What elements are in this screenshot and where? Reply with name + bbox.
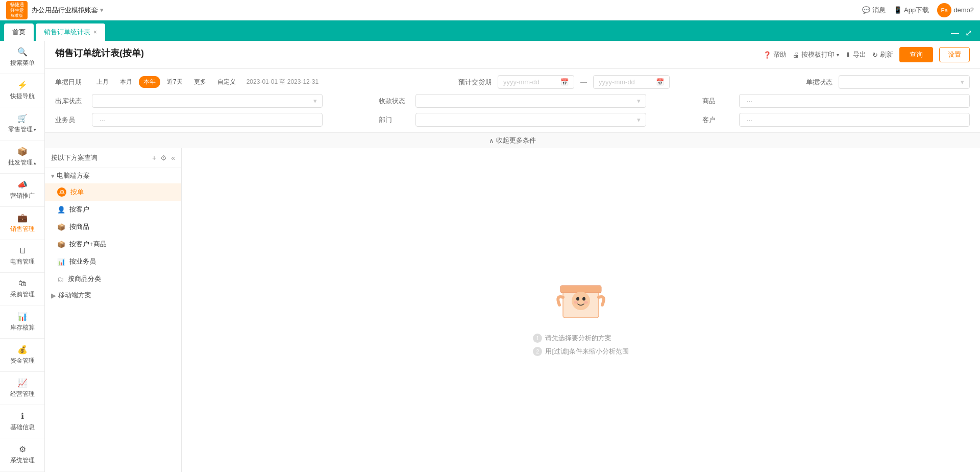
- more-btn[interactable]: 更多: [189, 76, 211, 88]
- section-mobile-arrow-icon: ▶: [51, 292, 56, 299]
- calendar-icon: 📅: [560, 78, 569, 86]
- cgoods-tree-icon: 📦: [57, 241, 65, 248]
- refresh-button[interactable]: ↻ 刷新: [872, 50, 893, 59]
- collapse-row: ∧ 收起更多条件: [45, 132, 980, 148]
- prev-month-btn[interactable]: 上月: [92, 76, 113, 88]
- sidebar-item-retail[interactable]: 🛒 零售管理 ▾: [0, 107, 44, 140]
- empty-hint-2: 2 用[过滤]条件来缩小分析范围: [533, 347, 628, 356]
- payment-select[interactable]: ▾: [415, 94, 646, 108]
- svg-point-4: [582, 297, 585, 301]
- add-scheme-button[interactable]: +: [152, 154, 156, 162]
- page-actions: ❓ 帮助 🖨 按模板打印 ▾ ⬇ 导出 ↻ 刷新 查询 设置: [763, 47, 970, 68]
- empty-illustration: [550, 264, 611, 325]
- operations-icon: 📈: [17, 378, 28, 388]
- print-button[interactable]: 🖨 按模板打印 ▾: [793, 50, 839, 59]
- app-selector[interactable]: 办公用品行业模拟账套 ▾: [32, 6, 104, 15]
- svg-point-5: [574, 301, 578, 304]
- tree-item-by-order[interactable]: 单 按单: [45, 183, 181, 201]
- tree-section-mobile[interactable]: ▶ 移动端方案: [45, 288, 181, 303]
- chevron-down-icon: ▾: [34, 127, 36, 132]
- help-button[interactable]: ❓ 帮助: [763, 50, 787, 59]
- export-button[interactable]: ⬇ 导出: [845, 50, 866, 59]
- sidebar-item-system[interactable]: ⚙ 系统管理: [0, 438, 44, 471]
- sidebar-item-wholesale[interactable]: 📦 批发管理 ▴: [0, 140, 44, 174]
- left-panel-header: 按以下方案查询 + ⚙ «: [45, 148, 181, 168]
- collapse-button[interactable]: ∧ 收起更多条件: [489, 136, 536, 145]
- sidebar-item-sales[interactable]: 💼 销售管理: [0, 207, 44, 240]
- print-chevron: ▾: [837, 52, 839, 58]
- retail-icon: 🛒: [17, 113, 28, 123]
- filter-row-3: 业务员 ··· 部门 ▾ 客户 ···: [55, 113, 970, 127]
- tree-item-by-goods[interactable]: 📦 按商品: [45, 218, 181, 235]
- last7-btn[interactable]: 近7天: [162, 76, 187, 88]
- chevron-down-icon: ▾: [100, 6, 104, 14]
- tree-item-by-customer[interactable]: 👤 按客户: [45, 201, 181, 218]
- active-item-icon: 单: [57, 187, 66, 197]
- user-profile[interactable]: Ea demo2: [937, 3, 974, 17]
- customer-more-icon[interactable]: ···: [747, 116, 752, 124]
- tree-section-pc[interactable]: ▾ 电脑端方案: [45, 168, 181, 183]
- export-icon: ⬇: [845, 51, 851, 59]
- chevron-down-icon: ▾: [313, 97, 317, 105]
- page-title: 销售订单统计表(按单): [55, 47, 144, 65]
- salesman-input[interactable]: ···: [92, 113, 323, 127]
- this-year-btn[interactable]: 本年: [139, 76, 160, 88]
- tree-item-by-category[interactable]: 🗂 按商品分类: [45, 270, 181, 288]
- collapse-panel-button[interactable]: «: [171, 154, 175, 162]
- date-range-display: 2023-01-01 至 2023-12-31: [247, 78, 318, 86]
- svg-point-2: [572, 292, 590, 310]
- tree-item-by-customer-goods[interactable]: 📦 按客户+商品: [45, 235, 181, 253]
- custom-btn[interactable]: 自定义: [213, 76, 240, 88]
- filter-row-2: 出库状态 ▾ 收款状态 ▾ 商品 ···: [55, 94, 970, 108]
- svg-point-6: [584, 301, 588, 304]
- salesman-more-icon[interactable]: ···: [100, 116, 105, 124]
- chevron-down-icon: ▾: [961, 78, 964, 86]
- main-layout: 🔍 搜索菜单 ⚡ 快捷导航 🛒 零售管理 ▾ 📦 批发管理 ▴ 📣 营销推广: [0, 41, 980, 472]
- svg-point-3: [576, 297, 579, 301]
- calendar-icon-2: 📅: [656, 78, 664, 86]
- query-button[interactable]: 查询: [899, 47, 933, 62]
- sidebar-item-quick-nav[interactable]: ⚡ 快捷导航: [0, 74, 44, 107]
- ecommerce-icon: 🖥: [18, 246, 27, 255]
- message-button[interactable]: 💬 消息: [862, 6, 886, 15]
- expected-date-start[interactable]: yyyy-mm-dd 📅: [498, 75, 574, 89]
- baseinfo-icon: ℹ: [21, 411, 24, 421]
- scheme-settings-button[interactable]: ⚙: [160, 154, 167, 162]
- tab-window-controls: — ⤢: [951, 28, 980, 41]
- expected-date-end[interactable]: yyyy-mm-dd 📅: [593, 75, 670, 89]
- sidebar-item-base-info[interactable]: ℹ 基础信息: [0, 405, 44, 438]
- status-select[interactable]: ▾: [839, 75, 970, 89]
- sidebar-item-finance[interactable]: 💰 资金管理: [0, 339, 44, 372]
- wholesale-icon: 📦: [17, 147, 28, 156]
- print-icon: 🖨: [793, 51, 799, 59]
- shipment-select[interactable]: ▾: [92, 94, 323, 108]
- download-icon: 📱: [894, 6, 902, 14]
- sidebar-item-search[interactable]: 🔍 搜索菜单: [0, 41, 44, 74]
- category-tree-icon: 🗂: [57, 275, 64, 283]
- nav-icon: ⚡: [17, 80, 28, 90]
- sidebar-item-marketing[interactable]: 📣 营销推广: [0, 174, 44, 207]
- minimize-icon[interactable]: —: [951, 29, 959, 38]
- empty-text: 1 请先选择要分析的方案 2 用[过滤]条件来缩小分析范围: [533, 334, 628, 356]
- tree-item-by-salesman[interactable]: 📊 按业务员: [45, 253, 181, 270]
- tabbar: 首页 销售订单统计表 × — ⤢: [0, 20, 980, 41]
- this-month-btn[interactable]: 本月: [115, 76, 137, 88]
- goods-more-icon[interactable]: ···: [747, 97, 752, 105]
- hint-num-1: 1: [533, 334, 542, 343]
- expand-icon[interactable]: ⤢: [965, 28, 972, 38]
- sidebar-item-inventory[interactable]: 📊 库存核算: [0, 305, 44, 339]
- date-separator: —: [580, 78, 587, 86]
- dept-select[interactable]: ▾: [415, 113, 646, 127]
- tab-sales-statistics[interactable]: 销售订单统计表 ×: [36, 23, 105, 41]
- message-icon: 💬: [862, 6, 870, 14]
- tab-home[interactable]: 首页: [4, 23, 34, 41]
- sidebar-item-purchase[interactable]: 🛍 采购管理: [0, 273, 44, 305]
- app-download-button[interactable]: 📱 App下载: [894, 6, 929, 15]
- goods-input[interactable]: ···: [739, 94, 970, 108]
- tab-close-icon[interactable]: ×: [93, 29, 97, 36]
- settings-button[interactable]: 设置: [939, 47, 970, 62]
- sidebar-item-operations[interactable]: 📈 经营管理: [0, 372, 44, 405]
- customer-input[interactable]: ···: [739, 113, 970, 127]
- sidebar-item-ecommerce[interactable]: 🖥 电商管理: [0, 240, 44, 273]
- empty-hint-1: 1 请先选择要分析的方案: [533, 334, 628, 343]
